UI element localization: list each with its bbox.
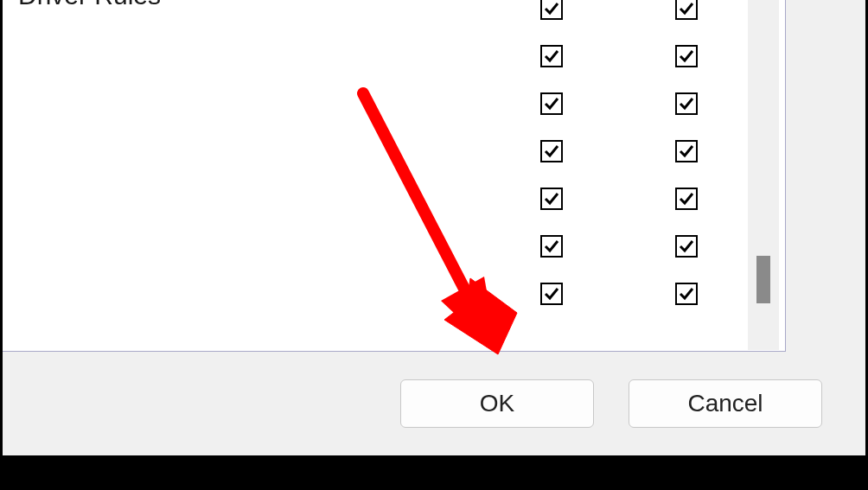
scrollbar-thumb[interactable] [756,256,770,303]
cancel-button[interactable]: Cancel [629,379,822,428]
checkbox-col1[interactable] [540,235,563,258]
checkbox-col1[interactable] [540,45,563,67]
dialog-button-bar: OK Cancel [3,352,865,455]
dialog-window: Driver Rules OK Cancel [0,0,868,458]
checkbox-col2[interactable] [675,140,698,162]
checkbox-col2[interactable] [675,45,698,67]
checkbox-col1[interactable] [540,283,563,305]
ok-button[interactable]: OK [400,379,594,428]
checkbox-col1[interactable] [540,140,563,162]
checkbox-col1[interactable] [540,0,563,20]
checkbox-col1[interactable] [540,188,563,210]
checkbox-col2[interactable] [675,0,698,20]
checkbox-col2[interactable] [675,235,698,258]
checkbox-col2[interactable] [675,92,698,115]
checkbox-col1[interactable] [540,92,563,115]
section-label: Driver Rules [18,0,161,10]
scrollbar-track[interactable] [748,0,779,350]
content-panel: Driver Rules [3,0,786,352]
checkbox-col2[interactable] [675,283,698,305]
checkbox-col2[interactable] [675,188,698,210]
